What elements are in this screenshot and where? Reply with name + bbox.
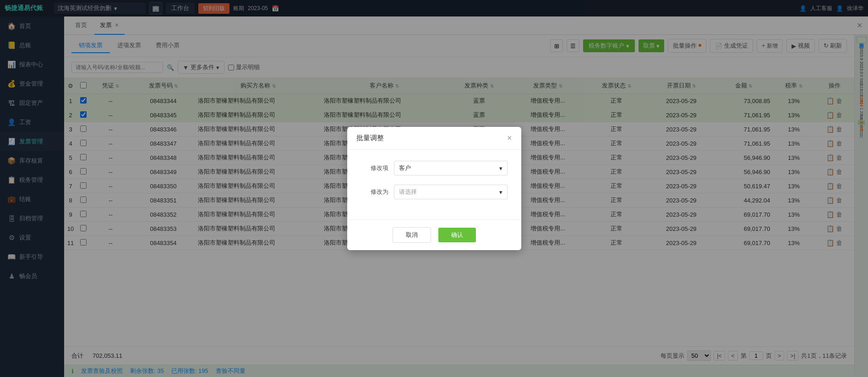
- modify-to-placeholder: 请选择: [399, 188, 417, 196]
- modal-body: 修改项 客户 ▾ 修改为 请选择 ▾: [347, 150, 521, 219]
- modify-item-select[interactable]: 客户 ▾: [394, 161, 508, 175]
- modal-close-icon[interactable]: ×: [507, 133, 512, 143]
- modify-item-chevron-icon: ▾: [499, 165, 502, 172]
- modal-footer: 取消 确认: [347, 219, 521, 250]
- modal-title: 批量调整: [356, 134, 384, 142]
- confirm-button[interactable]: 确认: [438, 228, 476, 242]
- modify-to-row: 修改为 请选择 ▾: [361, 185, 508, 199]
- cancel-button[interactable]: 取消: [393, 227, 431, 243]
- modal-overlay[interactable]: 批量调整 × 修改项 客户 ▾ 修改为 请选择 ▾ 取消 确认: [0, 0, 868, 377]
- modify-item-label: 修改项: [361, 164, 388, 172]
- modify-to-label: 修改为: [361, 188, 388, 196]
- modify-to-chevron-icon: ▾: [499, 189, 502, 196]
- modify-item-row: 修改项 客户 ▾: [361, 161, 508, 175]
- modify-to-select[interactable]: 请选择 ▾: [394, 185, 508, 199]
- batch-adjust-modal: 批量调整 × 修改项 客户 ▾ 修改为 请选择 ▾ 取消 确认: [347, 127, 521, 250]
- modify-item-value: 客户: [399, 164, 411, 172]
- modal-header: 批量调整 ×: [347, 127, 521, 150]
